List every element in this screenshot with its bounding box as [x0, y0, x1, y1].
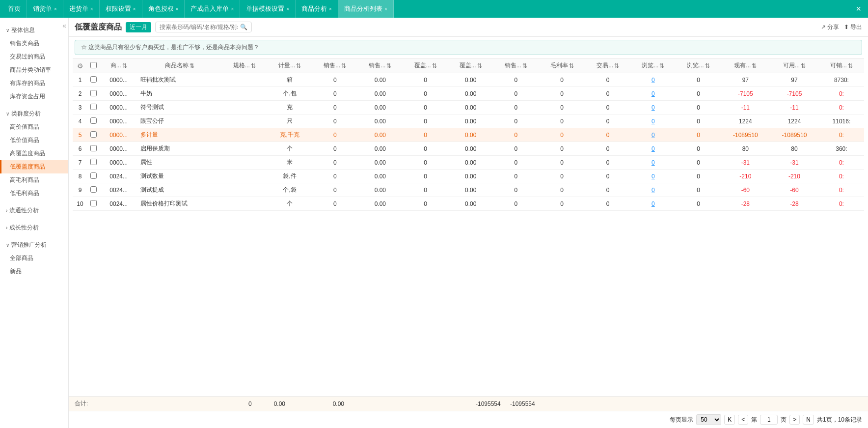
col-saleable[interactable]: 可销... ⇅ — [819, 58, 864, 73]
view1-link[interactable]: 0 — [651, 90, 655, 97]
sidebar-item-high-coverage[interactable]: 高覆盖度商品 — [0, 147, 68, 160]
sidebar-item-high-profit[interactable]: 高毛利商品 — [0, 173, 68, 187]
close-permission-tab[interactable]: × — [133, 6, 136, 12]
sidebar-item-stocked-goods[interactable]: 有库存的商品 — [0, 77, 68, 90]
cell-view1[interactable]: 0 — [630, 170, 676, 183]
nav-tab-sales[interactable]: 销货单 × — [27, 0, 63, 18]
nav-tab-product-in[interactable]: 产成品入库单 × — [185, 0, 240, 18]
sidebar-item-low-value[interactable]: 低价值商品 — [0, 134, 68, 147]
nav-tab-template[interactable]: 单据模板设置 × — [240, 0, 296, 18]
view1-link[interactable]: 0 — [651, 104, 655, 111]
nav-tab-role[interactable]: 角色授权 × — [142, 0, 185, 18]
cell-view1[interactable]: 0 — [630, 73, 676, 87]
sidebar-item-category-rate[interactable]: 商品分类动销率 — [0, 63, 68, 77]
sidebar-item-traded-goods[interactable]: 交易过的商品 — [0, 50, 68, 63]
search-icon[interactable]: 🔍 — [240, 24, 247, 30]
close-sales-tab[interactable]: × — [54, 6, 57, 12]
cell-view1[interactable]: 0 — [630, 101, 676, 114]
close-all-tabs[interactable]: × — [851, 4, 866, 14]
row-checkbox[interactable] — [90, 90, 97, 96]
nav-tab-analysis-list[interactable]: 商品分析列表 × — [338, 0, 394, 18]
view1-link[interactable]: 0 — [651, 118, 655, 125]
col-unit[interactable]: 计量... ⇅ — [267, 58, 312, 73]
col-settings[interactable]: ⚙ — [73, 58, 87, 73]
cell-saleable: 11016: — [819, 114, 864, 128]
export-btn[interactable]: ⬆ 导出 — [844, 23, 862, 31]
sidebar-item-low-profit[interactable]: 低毛利商品 — [0, 187, 68, 200]
col-sales-qty[interactable]: 销售... ⇅ — [312, 58, 357, 73]
time-filter-btn[interactable]: 近一月 — [126, 22, 151, 32]
cell-profit-rate: 0 — [539, 101, 585, 114]
close-analysis-list-tab[interactable]: × — [384, 6, 387, 12]
cell-view1[interactable]: 0 — [630, 87, 676, 101]
sidebar-collapse-btn[interactable]: « — [62, 22, 66, 29]
view1-link[interactable]: 0 — [651, 159, 655, 166]
next-page-btn[interactable]: > — [789, 415, 800, 425]
col-current[interactable]: 现有... ⇅ — [721, 58, 770, 73]
col-view1[interactable]: 浏览... ⇅ — [630, 58, 676, 73]
nav-tab-permission[interactable]: 权限设置 × — [100, 0, 142, 18]
nav-tab-product-analysis[interactable]: 商品分析 × — [296, 0, 338, 18]
sidebar-item-sales-goods[interactable]: 销售类商品 — [0, 37, 68, 50]
close-purchase-tab[interactable]: × — [90, 6, 93, 12]
sidebar-item-high-value[interactable]: 高价值商品 — [0, 120, 68, 134]
close-role-tab[interactable]: × — [176, 6, 179, 12]
col-sales-amt[interactable]: 销售... ⇅ — [357, 58, 403, 73]
col-sales3[interactable]: 销售... ⇅ — [493, 58, 539, 73]
row-checkbox[interactable] — [90, 117, 97, 124]
row-checkbox[interactable] — [90, 104, 97, 110]
sidebar-item-stock-capital[interactable]: 库存资金占用 — [0, 90, 68, 103]
page-input[interactable] — [760, 415, 778, 425]
row-checkbox[interactable] — [90, 159, 97, 165]
row-checkbox[interactable] — [90, 186, 97, 193]
col-profit-rate[interactable]: 毛利率 ⇅ — [539, 58, 585, 73]
col-available[interactable]: 可用... ⇅ — [770, 58, 819, 73]
cell-view1[interactable]: 0 — [630, 156, 676, 170]
col-spec[interactable]: 规格... ⇅ — [222, 58, 267, 73]
row-checkbox[interactable] — [90, 76, 97, 83]
sidebar-section-cluster-title[interactable]: ∨ 类群度分析 — [0, 107, 68, 120]
col-name[interactable]: 商品名称 ⇅ — [137, 58, 222, 73]
view1-link[interactable]: 0 — [651, 187, 655, 194]
col-view2[interactable]: 浏览... ⇅ — [676, 58, 721, 73]
sort-icon14: ⇅ — [752, 62, 757, 69]
view1-link[interactable]: 0 — [651, 145, 655, 152]
col-code[interactable]: 商... ⇅ — [100, 58, 137, 73]
cell-view1[interactable]: 0 — [630, 142, 676, 156]
sidebar-section-growth-title[interactable]: › 成长性分析 — [0, 221, 68, 234]
row-checkbox[interactable] — [90, 172, 97, 179]
per-page-select[interactable]: 50 20 100 200 — [696, 414, 721, 425]
close-product-in-tab[interactable]: × — [231, 6, 234, 12]
close-template-tab[interactable]: × — [286, 6, 289, 12]
last-page-btn[interactable]: N — [803, 415, 814, 425]
sidebar-section-circulation-title[interactable]: › 流通性分析 — [0, 204, 68, 217]
sidebar-section-marketing-title[interactable]: ∨ 营销推广分析 — [0, 238, 68, 252]
search-input[interactable] — [160, 24, 238, 30]
cell-view1[interactable]: 0 — [630, 114, 676, 128]
close-product-analysis-tab[interactable]: × — [329, 6, 332, 12]
row-checkbox[interactable] — [90, 200, 97, 206]
sidebar-item-new-goods[interactable]: 新品 — [0, 265, 68, 278]
col-trade[interactable]: 交易... ⇅ — [585, 58, 630, 73]
share-btn[interactable]: ↗ 分享 — [821, 23, 839, 31]
cell-view1[interactable]: 0 — [630, 197, 676, 211]
sidebar-item-all-goods[interactable]: 全部商品 — [0, 252, 68, 265]
nav-tab-home[interactable]: 首页 — [2, 0, 27, 18]
row-checkbox[interactable] — [90, 145, 97, 151]
nav-tab-purchase[interactable]: 进货单 × — [63, 0, 100, 18]
col-cover2[interactable]: 覆盖... ⇅ — [448, 58, 493, 73]
view1-link[interactable]: 0 — [651, 77, 655, 84]
settings-icon[interactable]: ⚙ — [77, 62, 83, 70]
view1-link[interactable]: 0 — [651, 200, 655, 207]
sidebar-item-low-coverage[interactable]: 低覆盖度商品 — [0, 160, 68, 173]
view1-link[interactable]: 0 — [651, 132, 655, 139]
sidebar-section-overall-title[interactable]: ∨ 整体信息 — [0, 24, 68, 37]
cell-view1[interactable]: 0 — [630, 183, 676, 197]
view1-link[interactable]: 0 — [651, 173, 655, 180]
row-checkbox[interactable] — [90, 131, 97, 138]
first-page-btn[interactable]: K — [724, 415, 735, 425]
col-cover1[interactable]: 覆盖... ⇅ — [403, 58, 448, 73]
cell-view1[interactable]: 0 — [630, 128, 676, 142]
prev-page-btn[interactable]: < — [738, 415, 748, 425]
select-all-checkbox[interactable] — [90, 62, 97, 68]
